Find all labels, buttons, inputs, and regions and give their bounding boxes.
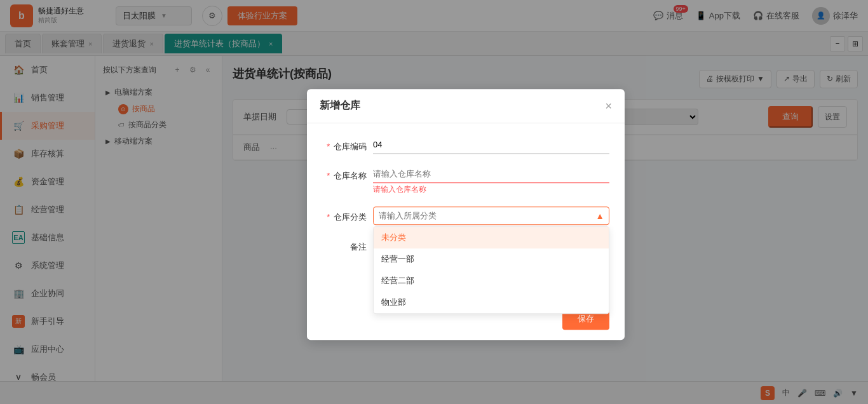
modal-title: 新增仓库 — [320, 99, 360, 112]
name-input[interactable] — [373, 165, 609, 183]
category-label: * 仓库分类 — [322, 206, 373, 223]
code-input[interactable] — [373, 136, 609, 154]
form-row-code: * 仓库编码 — [322, 136, 609, 154]
name-label: * 仓库名称 — [322, 165, 373, 182]
note-label: 备注 — [322, 236, 373, 253]
category-dropdown-list: 未分类 经营一部 经营二部 物业部 — [373, 226, 609, 314]
modal-header: 新增仓库 × — [307, 89, 625, 123]
add-warehouse-modal: 新增仓库 × * 仓库编码 * 仓库名称 请输入仓库名称 — [307, 89, 625, 340]
category-input-wrap: ▲ 未分类 经营一部 经营二部 物业部 — [373, 206, 609, 225]
modal-close-button[interactable]: × — [605, 100, 612, 112]
name-input-wrap: 请输入仓库名称 — [373, 165, 609, 195]
dropdown-option-dept1[interactable]: 经营一部 — [374, 248, 609, 270]
category-input[interactable] — [373, 206, 609, 225]
code-label: * 仓库编码 — [322, 136, 373, 152]
name-error-message: 请输入仓库名称 — [373, 184, 609, 195]
dropdown-option-dept3[interactable]: 物业部 — [374, 292, 609, 313]
form-row-category: * 仓库分类 ▲ 未分类 经营一部 经营二部 物业部 — [322, 206, 609, 225]
dropdown-option-dept2[interactable]: 经营二部 — [374, 270, 609, 292]
code-input-wrap — [373, 136, 609, 154]
dropdown-option-uncategorized[interactable]: 未分类 — [374, 227, 609, 248]
form-row-name: * 仓库名称 请输入仓库名称 — [322, 165, 609, 195]
modal-body: * 仓库编码 * 仓库名称 请输入仓库名称 * 仓库分类 — [307, 123, 625, 300]
